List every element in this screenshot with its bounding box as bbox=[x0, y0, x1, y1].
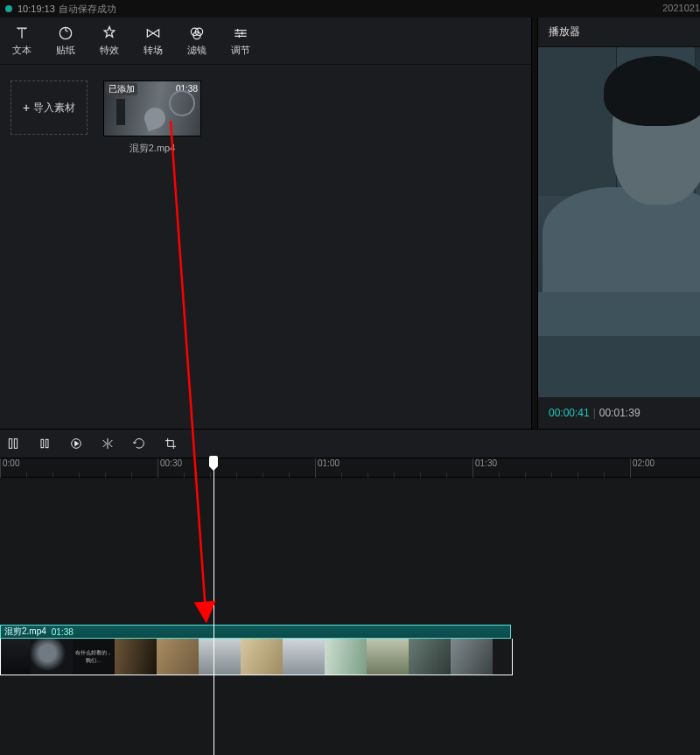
player-total-time: 00:01:39 bbox=[599, 407, 640, 419]
svg-rect-4 bbox=[9, 439, 11, 449]
sticker-icon bbox=[57, 24, 74, 42]
crop-icon bbox=[164, 437, 178, 451]
svg-rect-5 bbox=[14, 439, 17, 449]
crop-button[interactable] bbox=[163, 436, 178, 451]
svg-rect-6 bbox=[41, 439, 44, 447]
ruler-mark: 01:30 bbox=[472, 458, 497, 478]
tab-sticker[interactable]: 贴纸 bbox=[44, 24, 88, 57]
speed-button[interactable] bbox=[68, 436, 84, 451]
timeline-subtitle-frame: 有什么好看的，我们… bbox=[73, 639, 115, 675]
clip-added-badge: 已添加 bbox=[106, 83, 137, 95]
autosave-status: 自动保存成功 bbox=[59, 3, 116, 16]
time-separator: | bbox=[593, 407, 596, 419]
effects-icon bbox=[101, 24, 118, 42]
status-dot-icon bbox=[5, 5, 12, 12]
split-button[interactable] bbox=[5, 436, 21, 451]
ruler-mark: 00:30 bbox=[158, 458, 182, 478]
timeline[interactable]: 混剪2.mp4 01:38 有什么好看的，我们… bbox=[0, 478, 700, 755]
delete-icon bbox=[38, 437, 52, 451]
timeline-clip-header[interactable]: 混剪2.mp4 01:38 bbox=[0, 625, 511, 639]
text-icon bbox=[13, 24, 31, 42]
media-clip-thumb[interactable]: 已添加 01:38 bbox=[103, 80, 201, 136]
timeline-clip[interactable]: 混剪2.mp4 01:38 有什么好看的，我们… bbox=[0, 625, 700, 677]
tab-filter[interactable]: 滤镜 bbox=[175, 24, 219, 57]
top-toolbar: 文本 贴纸 特效 转场 滤镜 调节 bbox=[0, 17, 531, 65]
svg-rect-7 bbox=[46, 439, 48, 447]
tab-transition-label: 转场 bbox=[144, 44, 163, 57]
import-media-label: 导入素材 bbox=[33, 101, 75, 115]
rotate-icon bbox=[132, 437, 146, 451]
rotate-button[interactable] bbox=[131, 436, 147, 451]
media-panel: 文本 贴纸 特效 转场 滤镜 调节 bbox=[0, 17, 532, 429]
title-bar: 10:19:13 自动保存成功 2021021 bbox=[0, 0, 700, 17]
split-icon bbox=[6, 437, 20, 451]
tab-effects-label: 特效 bbox=[100, 44, 119, 57]
timeline-clip-frames[interactable]: 有什么好看的，我们… bbox=[0, 639, 513, 675]
tab-filter-label: 滤镜 bbox=[187, 44, 206, 57]
speed-icon bbox=[69, 437, 83, 451]
tab-adjust-label: 调节 bbox=[231, 44, 250, 57]
tab-transition[interactable]: 转场 bbox=[131, 24, 175, 57]
ruler-mark: 02:00 bbox=[630, 458, 654, 478]
player-panel: 播放器 00:00:41 | 00:01:39 bbox=[537, 17, 700, 429]
delete-button[interactable] bbox=[37, 436, 52, 451]
ruler-mark: 0:00 bbox=[0, 458, 19, 478]
tab-text-label: 文本 bbox=[12, 44, 32, 57]
mirror-button[interactable] bbox=[100, 436, 116, 451]
tab-sticker-label: 贴纸 bbox=[56, 44, 75, 57]
import-media-button[interactable]: + 导入素材 bbox=[10, 80, 88, 135]
tab-adjust[interactable]: 调节 bbox=[219, 24, 262, 57]
player-timecode: 00:00:41 | 00:01:39 bbox=[538, 397, 700, 429]
player-viewport[interactable] bbox=[538, 47, 700, 397]
mirror-icon bbox=[101, 437, 115, 451]
filter-icon bbox=[188, 24, 206, 42]
autosave-time: 10:19:13 bbox=[18, 3, 55, 14]
timeline-clip-duration: 01:38 bbox=[52, 627, 74, 637]
transition-icon bbox=[144, 24, 162, 42]
app-date: 2021021 bbox=[662, 3, 700, 13]
media-clip[interactable]: 已添加 01:38 混剪2.mp4 bbox=[103, 80, 201, 155]
adjust-icon bbox=[232, 24, 249, 42]
tab-text[interactable]: 文本 bbox=[0, 24, 44, 57]
timeline-clip-name: 混剪2.mp4 bbox=[4, 626, 46, 638]
media-clip-name: 混剪2.mp4 bbox=[130, 142, 176, 155]
player-current-time: 00:00:41 bbox=[549, 407, 590, 419]
plus-icon: + bbox=[23, 101, 30, 115]
video-track[interactable]: 混剪2.mp4 01:38 有什么好看的，我们… bbox=[0, 625, 700, 677]
tab-effects[interactable]: 特效 bbox=[88, 24, 131, 57]
ruler-mark: 01:00 bbox=[315, 458, 340, 478]
timeline-ruler[interactable]: 0:0000:3001:0001:3002:00 bbox=[0, 458, 700, 478]
timeline-toolbar bbox=[0, 429, 700, 458]
player-title: 播放器 bbox=[538, 17, 700, 47]
